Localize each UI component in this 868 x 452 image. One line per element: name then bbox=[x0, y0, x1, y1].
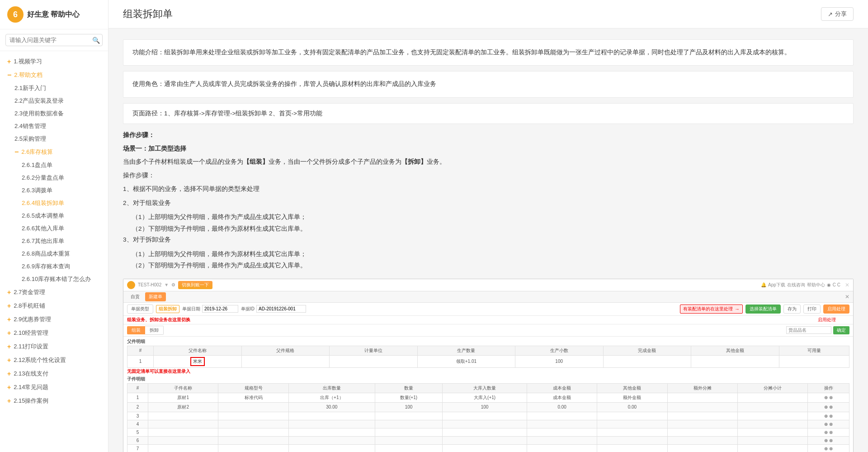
upper-cell-qty: 领取+1.01 bbox=[418, 355, 515, 367]
col-prod-dec: 生产小数 bbox=[515, 346, 603, 355]
topbar-apps-label: App下载 bbox=[768, 282, 785, 288]
lcol-op: 操作 bbox=[808, 383, 849, 393]
sidebar-item-2-6-10[interactable]: 2.6.10库存账本错了怎么办 bbox=[0, 273, 108, 285]
upper-cell-num: 1 bbox=[127, 355, 154, 367]
mock-section-right: 确定 bbox=[786, 326, 849, 334]
search-area: 🔍 bbox=[0, 29, 108, 51]
expand-icon-2-7: + bbox=[7, 289, 11, 296]
logo-icon: 6 bbox=[7, 6, 24, 23]
mock-id-input[interactable] bbox=[256, 305, 306, 313]
mock-lower-label: 子件明细 bbox=[127, 375, 849, 383]
sidebar-item-2-6-9[interactable]: 2.6.9库存账本查询 bbox=[0, 260, 108, 273]
mock-nav-tabs: 自贡 新建单 ✕ bbox=[123, 291, 853, 303]
notification-icon: 🔔 bbox=[761, 282, 766, 287]
sidebar-item-2-6-8[interactable]: 2.6.8商品成本重算 bbox=[0, 247, 108, 260]
upper-name-highlight: 米米 bbox=[190, 357, 205, 366]
mock-id-label: 单据ID bbox=[241, 306, 255, 312]
upper-cell-spec bbox=[241, 355, 330, 367]
sidebar-item-2-7[interactable]: + 2.7资金管理 bbox=[0, 285, 108, 299]
sidebar-item-2-2[interactable]: 2.2产品安装及登录 bbox=[0, 95, 108, 107]
mock-btn-disassemble[interactable]: 拆卸 bbox=[145, 326, 164, 335]
share-button[interactable]: ↗ 分享 bbox=[821, 7, 854, 21]
lower-row-2: 2 原材2 30.00 100 100 0.00 0.00 ⊕ ⊗ bbox=[127, 402, 849, 412]
mock-btn-action2[interactable]: 打印 bbox=[803, 305, 821, 314]
sidebar-item-2-11[interactable]: + 2.11打印设置 bbox=[0, 340, 108, 353]
mock-dropdown-icon: ▼ bbox=[164, 282, 169, 287]
sidebar-label-2-13: 2.13在线支付 bbox=[14, 370, 48, 378]
sidebar-item-2-6-7[interactable]: 2.6.7其他出库单 bbox=[0, 235, 108, 247]
mock-tab-home[interactable]: 自贡 bbox=[127, 292, 143, 301]
search-input[interactable] bbox=[5, 34, 103, 46]
steps-title: 操作步骤： bbox=[123, 131, 854, 139]
sidebar-item-2-6-3[interactable]: 2.6.3调拨单 bbox=[0, 184, 108, 197]
mock-btn-submit[interactable]: 启用处理 bbox=[823, 305, 849, 314]
upper-cell-avail bbox=[779, 355, 849, 367]
mock-lower-table: # 子件名称 规格型号 出库数量 数量 大库入数量 成本金额 其他金额 额外分摊… bbox=[127, 383, 849, 452]
annotation-has-config: 有装配清单的在这里处理 → bbox=[680, 305, 743, 314]
expand-icon-2-13: + bbox=[7, 370, 11, 377]
mock-tab-new[interactable]: 新建单 bbox=[145, 292, 166, 301]
mock-app: TEST-H002 ▼ ⚙ 切换到账一下 🔔 App下载 在线咨询 帮助中心 ◉… bbox=[123, 279, 853, 452]
logo-area: 6 好生意 帮助中心 bbox=[0, 0, 108, 29]
col-unit: 计量单位 bbox=[330, 346, 418, 355]
sidebar-item-2-9[interactable]: + 2.9优惠券管理 bbox=[0, 313, 108, 326]
step2: 2、对于组装业务 bbox=[123, 198, 854, 209]
sidebar-item-2-12[interactable]: + 2.12系统个性化设置 bbox=[0, 353, 108, 367]
upper-cell-dec: 100 bbox=[515, 355, 603, 367]
path-block: 页面路径：1、库存核算->库存管理->组装拆卸单 2、首页->常用功能 bbox=[123, 103, 854, 124]
annotation-arrow-1: → bbox=[735, 306, 740, 312]
lower-row-1: 1 原材1 标准代码 出库（+1） 数量(+1) 大库入(+1) 成本金额 额外… bbox=[127, 393, 849, 402]
sidebar-item-2-6-1[interactable]: 2.6.1盘点单 bbox=[0, 159, 108, 171]
mock-subtype-toggle[interactable]: 组装 拆卸 bbox=[127, 326, 164, 335]
mock-tab-close[interactable]: ✕ bbox=[845, 294, 849, 300]
lower-row-5: 5⊕ ⊗ bbox=[127, 428, 849, 436]
mock-topbar: TEST-H002 ▼ ⚙ 切换到账一下 🔔 App下载 在线咨询 帮助中心 ◉… bbox=[123, 279, 853, 291]
col-other-amt: 其他金额 bbox=[691, 346, 779, 355]
mock-goods-input[interactable] bbox=[786, 326, 831, 334]
sidebar-item-2-3[interactable]: 2.3使用前数据准备 bbox=[0, 107, 108, 120]
search-button[interactable]: 🔍 bbox=[92, 37, 100, 44]
page-header: 组装拆卸单 ↗ 分享 bbox=[108, 0, 868, 29]
sidebar-item-2[interactable]: − 2.帮助文档 bbox=[0, 68, 108, 82]
sidebar-item-2-10[interactable]: + 2.10经营管理 bbox=[0, 326, 108, 340]
mock-btn-action1[interactable]: 存为 bbox=[783, 305, 801, 314]
expand-icon-2-11: + bbox=[7, 343, 11, 350]
sidebar-item-2-6-2[interactable]: 2.6.2分量盘点单 bbox=[0, 171, 108, 184]
mock-topbar-title: TEST-H002 bbox=[138, 282, 161, 287]
sidebar-item-2-4[interactable]: 2.4销售管理 bbox=[0, 120, 108, 133]
close-icon[interactable]: ✕ bbox=[845, 282, 849, 288]
path-text: 页面路径：1、库存核算->库存管理->组装拆卸单 2、首页->常用功能 bbox=[132, 110, 322, 117]
sidebar-nav: + 1.视频学习 − 2.帮助文档 2.1新手入门 2.2产品安装及登录 2.3… bbox=[0, 51, 108, 452]
upper-cell-finish bbox=[603, 355, 691, 367]
mock-field-id: 单据ID bbox=[241, 305, 306, 313]
annotation-no-config: 无固定清单可以直接在这里录入 bbox=[123, 368, 853, 375]
sidebar-item-2-6-4[interactable]: 2.6.4组装拆卸单 bbox=[0, 197, 108, 209]
sidebar-label-2-8: 2.8手机旺铺 bbox=[14, 302, 45, 310]
sidebar-item-2-1[interactable]: 2.1新手入门 bbox=[0, 82, 108, 95]
mock-btn-type[interactable]: 单据类型 bbox=[127, 305, 153, 314]
sidebar-item-2-6-6[interactable]: 2.6.6其他入库单 bbox=[0, 222, 108, 235]
mock-btn-assemble[interactable]: 组装 bbox=[127, 326, 145, 334]
mock-topbar-switch-btn[interactable]: 切换到账一下 bbox=[178, 281, 212, 289]
col-parent-name: 父件名称 bbox=[153, 346, 241, 355]
sidebar-item-2-14[interactable]: + 2.14常见问题 bbox=[0, 381, 108, 394]
sidebar-item-2-15[interactable]: + 2.15操作案例 bbox=[0, 394, 108, 408]
sidebar-item-2-8[interactable]: + 2.8手机旺铺 bbox=[0, 299, 108, 313]
sidebar-item-2-5[interactable]: 2.5采购管理 bbox=[0, 133, 108, 145]
sidebar-item-2-13[interactable]: + 2.13在线支付 bbox=[0, 367, 108, 381]
sidebar-item-1[interactable]: + 1.视频学习 bbox=[0, 55, 108, 68]
lcol-other: 其他金额 bbox=[597, 383, 667, 393]
mock-upper-table: # 父件名称 父件规格 计量单位 生产数量 生产小数 完成金额 其他金额 可用量 bbox=[127, 346, 849, 368]
mock-btn-confirm[interactable]: 确定 bbox=[833, 326, 849, 334]
mock-date-input[interactable] bbox=[202, 305, 238, 313]
col-num: # bbox=[127, 346, 154, 355]
sidebar-item-2-6-5[interactable]: 2.6.5成本调整单 bbox=[0, 209, 108, 222]
expand-icon-2-9: + bbox=[7, 316, 11, 323]
annotation-enable: 启用处理 bbox=[818, 317, 836, 323]
annotation-type-switch: 组装业务、拆卸业务在这里切换 bbox=[127, 317, 190, 323]
lcol-cost: 成本金额 bbox=[527, 383, 597, 393]
scene1-desc: 当由多个子件材料组装成一个成品的业务为【组装】业务，当由一个父件拆分成多个子产品… bbox=[123, 157, 854, 167]
steps-label: 操作步骤： bbox=[123, 170, 854, 181]
sidebar-item-2-6[interactable]: − 2.6库存核算 bbox=[0, 145, 108, 159]
mock-btn-config[interactable]: 选择装配清单 bbox=[745, 305, 781, 314]
